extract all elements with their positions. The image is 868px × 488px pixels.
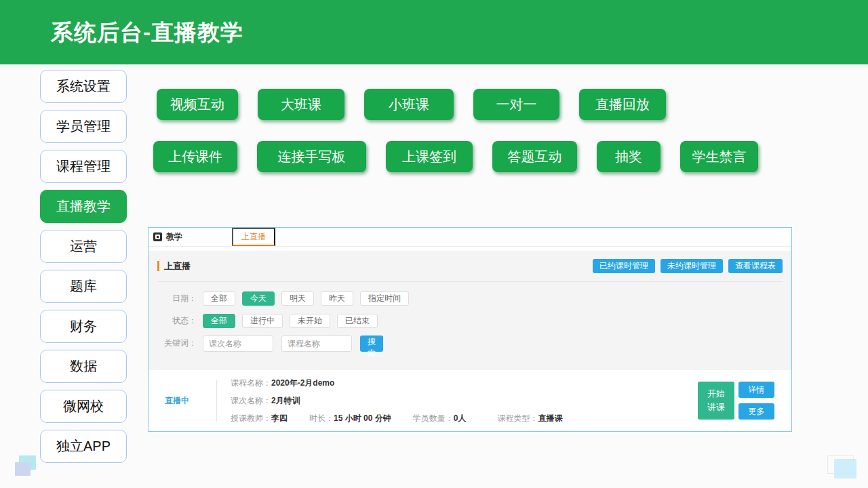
section-title-wrap: 上直播 [157,260,191,272]
search-button[interactable]: 搜索 [360,336,383,352]
teacher-value: 李四 [271,413,288,424]
status-filter-chips: 全部 进行中 未开始 已结束 [203,314,378,328]
date-filter-row: 日期： 全部 今天 明天 昨天 指定时间 [157,287,783,310]
course-type-label: 课程类型： [497,413,538,424]
feature-class-signin-button[interactable]: 上课签到 [386,141,473,172]
view-schedule-button[interactable]: 查看课程表 [728,259,783,273]
course-name-label: 课程名称： [231,378,271,389]
page-header: 系统后台-直播教学 [0,0,868,64]
feature-live-replay-button[interactable]: 直播回放 [579,89,666,120]
sidebar-item-student-management[interactable]: 学员管理 [40,110,127,143]
lesson-name-label: 课次名称： [231,395,271,407]
status-chip-all[interactable]: 全部 [203,314,235,328]
course-type-pair: 课程类型： 直播课 [497,413,562,424]
keyword-filter-row: 关键词： 搜索 [157,332,783,354]
course-row-actions: 开始讲课 详情 更多 [698,382,774,420]
booked-hours-management-button[interactable]: 已约课时管理 [593,259,655,273]
feature-one-on-one-button[interactable]: 一对一 [473,89,559,120]
students-value: 0人 [454,413,467,424]
filters: 日期： 全部 今天 明天 昨天 指定时间 状态： 全部 进行中 未开始 已结束 [157,282,783,354]
course-name-line: 课程名称： 2020年-2月demo [231,378,562,389]
sidebar-item-course-management[interactable]: 课程管理 [40,150,127,183]
duration-value: 15 小时 00 分钟 [334,413,391,424]
decor-square-bottom-right-cyan [834,459,856,479]
orange-marker-bar [157,261,159,271]
panel-section-header: 上直播 已约课时管理 未约课时管理 查看课程表 [157,251,783,282]
sidebar-item-micro-school[interactable]: 微网校 [40,390,127,423]
lesson-name-input[interactable] [203,336,273,352]
feature-buttons-row-2: 上传课件 连接手写板 上课签到 答题互动 抽奖 学生禁言 [153,141,758,172]
status-chip-finished[interactable]: 已结束 [337,314,378,328]
panel-filter-area: 上直播 已约课时管理 未约课时管理 查看课程表 日期： 全部 今天 明天 昨天 … [149,251,791,370]
students-label: 学员数量： [413,413,454,424]
keyword-filter-label: 关键词： [157,338,197,349]
feature-upload-courseware-button[interactable]: 上传课件 [153,141,237,172]
panel-tab-bar: 教学 上直播 [149,228,791,247]
detail-button[interactable]: 详情 [738,382,774,398]
date-chip-yesterday[interactable]: 昨天 [321,291,353,306]
course-details: 课程名称： 2020年-2月demo 课次名称： 2月特训 授课教师： 李四 时… [231,378,562,424]
status-chip-not-started[interactable]: 未开始 [290,314,330,328]
date-chip-all[interactable]: 全部 [203,291,235,306]
sidebar-item-finance[interactable]: 财务 [40,310,127,343]
date-filter-label: 日期： [157,293,197,304]
students-pair: 学员数量： 0人 [413,413,467,424]
sidebar-item-question-bank[interactable]: 题库 [40,270,127,303]
live-status-badge: 直播中 [165,395,201,407]
unbooked-hours-management-button[interactable]: 未约课时管理 [660,259,723,273]
start-teaching-button[interactable]: 开始讲课 [698,382,734,420]
status-filter-row: 状态： 全部 进行中 未开始 已结束 [157,310,783,332]
course-table-row: 直播中 课程名称： 2020年-2月demo 课次名称： 2月特训 授课教师： … [149,370,791,431]
status-filter-label: 状态： [157,315,197,327]
feature-lottery-button[interactable]: 抽奖 [597,141,660,172]
feature-video-interaction-button[interactable]: 视频互动 [157,89,238,120]
secondary-actions: 详情 更多 [738,382,774,420]
date-filter-chips: 全部 今天 明天 昨天 指定时间 [203,291,409,306]
feature-buttons-row-1: 视频互动 大班课 小班课 一对一 直播回放 [157,89,666,120]
panel-header-buttons: 已约课时管理 未约课时管理 查看课程表 [593,259,783,273]
course-name-value: 2020年-2月demo [271,378,334,389]
decor-square-bottom-left-lavender [15,462,31,476]
feature-large-class-button[interactable]: 大班课 [258,89,344,120]
sidebar-item-data[interactable]: 数据 [40,350,127,383]
date-chip-today[interactable]: 今天 [242,291,275,306]
tab-go-live[interactable]: 上直播 [232,228,275,246]
lesson-name-value: 2月特训 [271,395,300,407]
course-type-value: 直播课 [538,413,562,424]
vertical-divider [216,380,217,422]
more-button[interactable]: 更多 [738,403,774,420]
course-meta-line: 授课教师： 李四 时长： 15 小时 00 分钟 学员数量： 0人 课程类型： … [231,413,562,424]
date-chip-tomorrow[interactable]: 明天 [281,291,314,306]
section-title: 上直播 [164,260,191,272]
page-title: 系统后台-直播教学 [51,17,243,47]
status-chip-in-progress[interactable]: 进行中 [242,314,283,328]
course-name-input[interactable] [281,336,352,352]
panel-app-name: 教学 [166,231,182,243]
teacher-pair: 授课教师： 李四 [231,413,288,424]
lesson-name-line: 课次名称： 2月特训 [231,395,562,407]
sidebar-item-live-teaching[interactable]: 直播教学 [40,190,127,223]
sidebar-item-system-settings[interactable]: 系统设置 [40,70,127,103]
feature-mute-students-button[interactable]: 学生禁言 [680,141,758,172]
admin-panel: 教学 上直播 上直播 已约课时管理 未约课时管理 查看课程表 日期： 全部 今天… [148,227,792,432]
feature-connect-tablet-button[interactable]: 连接手写板 [257,141,366,172]
sidebar-item-standalone-app[interactable]: 独立APP [40,430,127,463]
duration-label: 时长： [309,413,334,424]
clipboard-teaching-icon [153,232,162,241]
teacher-label: 授课教师： [231,413,271,424]
duration-pair: 时长： 15 小时 00 分钟 [309,413,391,424]
sidebar-item-operations[interactable]: 运营 [40,230,127,263]
feature-quiz-interaction-button[interactable]: 答题互动 [492,141,577,172]
sidebar: 系统设置 学员管理 课程管理 直播教学 运营 题库 财务 数据 微网校 独立AP… [40,70,127,463]
date-chip-custom-time[interactable]: 指定时间 [360,291,409,306]
feature-small-class-button[interactable]: 小班课 [364,89,454,120]
